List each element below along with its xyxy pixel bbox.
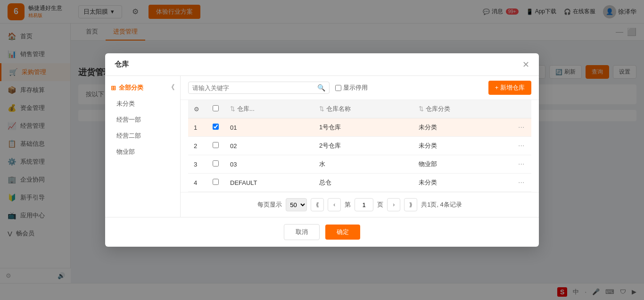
search-input-wrap: 🔍 <box>188 82 330 94</box>
confirm-button[interactable]: 确定 <box>325 225 360 240</box>
modal-overlay: 仓库 ✕ ⊞ 全部分类 《 未分类 经营一部 经营二部 物业部 <box>0 0 644 300</box>
row-category: 物业部 <box>413 155 512 174</box>
select-all-checkbox[interactable] <box>213 105 219 111</box>
row-num: 3 <box>188 155 207 174</box>
more-icon[interactable]: ··· <box>518 178 524 186</box>
page-unit: 页 <box>377 200 383 209</box>
row-checkbox-cell[interactable] <box>207 155 224 174</box>
row-checkbox[interactable] <box>213 124 219 130</box>
table-row[interactable]: 2 02 2号仓库 未分类 ··· <box>188 137 531 155</box>
row-code: 02 <box>224 137 314 155</box>
row-code: DEFAULT <box>224 174 314 192</box>
more-icon[interactable]: ··· <box>518 123 524 131</box>
modal-pagination: 每页显示 50 ⟪ ‹ 第 页 › ⟫ 共1页, 4条记录 <box>181 192 539 217</box>
row-more[interactable]: ··· <box>512 155 531 174</box>
row-category: 未分类 <box>413 174 512 192</box>
category-item-unclassified[interactable]: 未分类 <box>105 96 180 112</box>
th-warehouse-name[interactable]: ⇅仓库名称 <box>314 100 413 118</box>
row-checkbox[interactable] <box>213 160 219 167</box>
modal-body: ⊞ 全部分类 《 未分类 经营一部 经营二部 物业部 🔍 <box>105 76 539 217</box>
new-warehouse-button[interactable]: + 新增仓库 <box>488 81 531 95</box>
category-item-dept2[interactable]: 经营二部 <box>105 128 180 144</box>
sort-icon-category: ⇅ <box>419 105 424 112</box>
row-category: 未分类 <box>413 118 512 137</box>
row-more[interactable]: ··· <box>512 174 531 192</box>
th-warehouse-category[interactable]: ⇅仓库分类 <box>413 100 512 118</box>
warehouse-table-element: ⚙ ⇅仓库... ⇅仓库名称 ⇅仓库分类 <box>188 100 531 192</box>
row-checkbox[interactable] <box>213 142 219 148</box>
page-number-input[interactable] <box>355 198 373 211</box>
modal-close-button[interactable]: ✕ <box>522 60 529 69</box>
row-more[interactable]: ··· <box>512 118 531 137</box>
sort-icon-code: ⇅ <box>230 105 235 112</box>
more-icon[interactable]: ··· <box>518 142 524 150</box>
row-checkbox-cell[interactable] <box>207 174 224 192</box>
modal-toolbar: 🔍 显示停用 + 新增仓库 <box>181 76 539 100</box>
grid-icon: ⊞ <box>111 84 116 92</box>
warehouse-table: ⚙ ⇅仓库... ⇅仓库名称 ⇅仓库分类 <box>181 100 539 192</box>
modal-header: 仓库 ✕ <box>105 53 539 76</box>
page-label: 第 <box>345 200 351 209</box>
prev-page-button[interactable]: ‹ <box>328 198 341 211</box>
table-row[interactable]: 1 01 1号仓库 未分类 ··· <box>188 118 531 137</box>
total-info: 共1页, 4条记录 <box>421 200 462 209</box>
all-categories-header[interactable]: ⊞ 全部分类 《 <box>105 80 180 96</box>
row-checkbox-cell[interactable] <box>207 118 224 137</box>
row-code: 01 <box>224 118 314 137</box>
more-icon[interactable]: ··· <box>518 160 524 168</box>
show-disabled-check[interactable] <box>335 85 341 91</box>
show-disabled-checkbox[interactable]: 显示停用 <box>335 83 368 92</box>
settings-col-icon: ⚙ <box>194 106 199 113</box>
row-more[interactable]: ··· <box>512 137 531 155</box>
row-checkbox[interactable] <box>213 179 219 185</box>
row-category: 未分类 <box>413 137 512 155</box>
page-size-select[interactable]: 50 <box>286 198 307 211</box>
row-name: 2号仓库 <box>314 137 413 155</box>
next-page-button[interactable]: › <box>387 198 400 211</box>
row-name: 水 <box>314 155 413 174</box>
modal-title: 仓库 <box>115 60 129 69</box>
table-row[interactable]: 4 DEFAULT 总仓 未分类 ··· <box>188 174 531 192</box>
sort-icon-name: ⇅ <box>319 105 324 112</box>
search-input[interactable] <box>192 84 317 92</box>
category-item-property[interactable]: 物业部 <box>105 144 180 160</box>
th-actions <box>512 100 531 118</box>
modal-main: 🔍 显示停用 + 新增仓库 ⚙ <box>181 76 539 217</box>
category-item-dept1[interactable]: 经营一部 <box>105 112 180 128</box>
row-checkbox-cell[interactable] <box>207 137 224 155</box>
table-row[interactable]: 3 03 水 物业部 ··· <box>188 155 531 174</box>
row-name: 总仓 <box>314 174 413 192</box>
collapse-button[interactable]: 《 <box>168 83 174 92</box>
th-settings[interactable]: ⚙ <box>188 100 207 118</box>
modal-footer: 取消 确定 <box>105 217 539 247</box>
row-num: 2 <box>188 137 207 155</box>
th-checkbox[interactable] <box>207 100 224 118</box>
search-icon[interactable]: 🔍 <box>317 84 325 92</box>
warehouse-modal: 仓库 ✕ ⊞ 全部分类 《 未分类 经营一部 经营二部 物业部 <box>105 53 539 247</box>
cancel-button[interactable]: 取消 <box>284 224 320 240</box>
table-header-row: ⚙ ⇅仓库... ⇅仓库名称 ⇅仓库分类 <box>188 100 531 118</box>
first-page-button[interactable]: ⟪ <box>311 198 324 211</box>
row-code: 03 <box>224 155 314 174</box>
last-page-button[interactable]: ⟫ <box>404 198 417 211</box>
row-name: 1号仓库 <box>314 118 413 137</box>
row-num: 1 <box>188 118 207 137</box>
row-num: 4 <box>188 174 207 192</box>
th-warehouse-code[interactable]: ⇅仓库... <box>224 100 314 118</box>
category-sidebar: ⊞ 全部分类 《 未分类 经营一部 经营二部 物业部 <box>105 76 181 217</box>
